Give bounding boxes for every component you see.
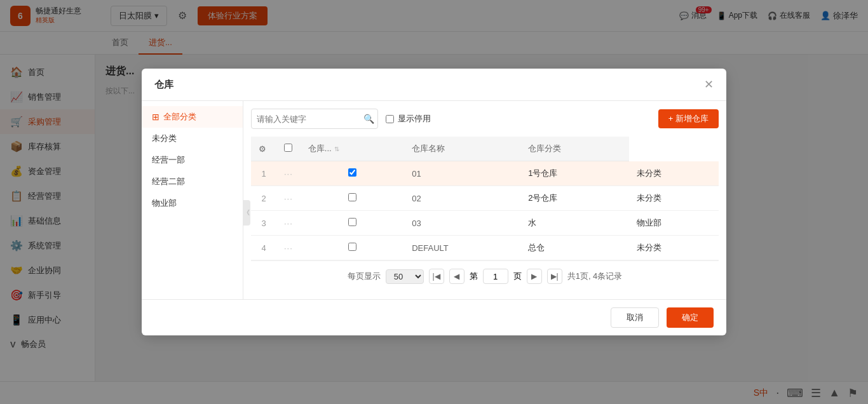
modal-body: ⊞ 全部分类 未分类 经营一部 经营二部 物业部 《 🔍 (142, 101, 726, 299)
category-item-unclassified[interactable]: 未分类 (142, 128, 243, 149)
modal-header: 仓库 ✕ (142, 69, 726, 101)
row-settings[interactable]: ··· (276, 236, 301, 260)
category-sidebar: ⊞ 全部分类 未分类 经营一部 经营二部 物业部 《 (142, 101, 243, 299)
page-label: 页 (513, 271, 522, 282)
table-scroll-area: ⚙ 仓库... ⇅ (251, 137, 719, 260)
row-settings[interactable]: ··· (276, 211, 301, 236)
first-page-button[interactable]: |◀ (429, 269, 444, 284)
row-number: 1 (251, 161, 276, 186)
sort-code-icon[interactable]: ⇅ (334, 145, 339, 152)
row-number: 2 (251, 186, 276, 211)
search-input[interactable] (257, 114, 363, 124)
page-number-input[interactable] (483, 269, 508, 284)
row-more-button[interactable]: ··· (284, 194, 293, 203)
row-code: 01 (404, 161, 520, 186)
table-toolbar: 🔍 显示停用 + 新增仓库 (251, 109, 719, 129)
col-settings: ⚙ (251, 137, 276, 161)
per-page-label: 每页显示 (348, 271, 381, 282)
row-more-button[interactable]: ··· (284, 169, 293, 178)
row-name: 总仓 (520, 236, 628, 260)
table-row[interactable]: 4 ··· DEFAULT 总仓 未分类 (251, 236, 719, 260)
category-item-dept1[interactable]: 经营一部 (142, 149, 243, 171)
row-number: 3 (251, 211, 276, 236)
confirm-button[interactable]: 确定 (667, 307, 714, 328)
row-number: 4 (251, 236, 276, 260)
col-code: 仓库... ⇅ (301, 137, 404, 161)
row-checkbox[interactable] (348, 168, 356, 177)
collapse-sidebar-button[interactable]: 《 (243, 200, 250, 226)
row-category: 未分类 (629, 161, 719, 186)
row-checkbox-cell (301, 186, 404, 211)
category-item-dept2[interactable]: 经营二部 (142, 171, 243, 192)
row-checkbox-cell (301, 211, 404, 236)
row-checkbox[interactable] (348, 193, 356, 201)
show-disabled-label: 显示停用 (386, 113, 431, 125)
settings-col-icon: ⚙ (259, 144, 266, 154)
category-all-label: 全部分类 (163, 111, 196, 123)
total-info: 共1页, 4条记录 (567, 271, 623, 282)
category-all[interactable]: ⊞ 全部分类 (142, 106, 243, 128)
search-input-wrap: 🔍 (251, 109, 378, 129)
category-item-property[interactable]: 物业部 (142, 192, 243, 214)
row-name: 水 (520, 211, 628, 236)
cancel-button[interactable]: 取消 (611, 307, 659, 328)
row-checkbox[interactable] (348, 218, 356, 226)
next-page-button[interactable]: ▶ (527, 269, 542, 284)
show-disabled-checkbox[interactable] (386, 115, 394, 123)
pagination: 每页显示 50 100 |◀ ◀ 第 页 ▶ ▶| 共1页, 4条记录 (251, 260, 719, 292)
row-category: 未分类 (629, 236, 719, 260)
select-all-checkbox[interactable] (284, 144, 292, 152)
col-checkbox (276, 137, 301, 161)
col-name: 仓库名称 (404, 137, 520, 161)
per-page-select[interactable]: 50 100 (386, 269, 424, 284)
warehouse-modal: 仓库 ✕ ⊞ 全部分类 未分类 经营一部 经营二部 物业部 《 (142, 69, 726, 335)
prev-page-button[interactable]: ◀ (449, 269, 465, 284)
table-row[interactable]: 1 ··· 01 1号仓库 未分类 (251, 161, 719, 186)
row-more-button[interactable]: ··· (284, 219, 293, 228)
row-code: 02 (404, 186, 520, 211)
page-num-prefix: 第 (470, 271, 478, 282)
row-name: 1号仓库 (520, 161, 628, 186)
row-checkbox-cell (301, 161, 404, 186)
row-name: 2号仓库 (520, 186, 628, 211)
table-row[interactable]: 2 ··· 02 2号仓库 未分类 (251, 186, 719, 211)
modal-close-button[interactable]: ✕ (704, 77, 714, 91)
row-more-button[interactable]: ··· (284, 243, 293, 253)
row-checkbox-cell (301, 236, 404, 260)
last-page-button[interactable]: ▶| (547, 269, 562, 284)
add-warehouse-button[interactable]: + 新增仓库 (658, 109, 719, 128)
row-checkbox[interactable] (348, 243, 356, 251)
row-settings[interactable]: ··· (276, 186, 301, 211)
row-code: 03 (404, 211, 520, 236)
warehouse-table: ⚙ 仓库... ⇅ (251, 137, 719, 260)
row-code: DEFAULT (404, 236, 520, 260)
modal-footer: 取消 确定 (142, 299, 726, 335)
modal-title: 仓库 (154, 79, 173, 91)
col-category: 仓库分类 (520, 137, 628, 161)
search-icon[interactable]: 🔍 (363, 114, 374, 124)
table-area: 🔍 显示停用 + 新增仓库 ⚙ (243, 101, 726, 299)
row-settings[interactable]: ··· (276, 161, 301, 186)
row-category: 未分类 (629, 186, 719, 211)
table-row[interactable]: 3 ··· 03 水 物业部 (251, 211, 719, 236)
grid-icon: ⊞ (152, 112, 159, 122)
row-category: 物业部 (629, 211, 719, 236)
